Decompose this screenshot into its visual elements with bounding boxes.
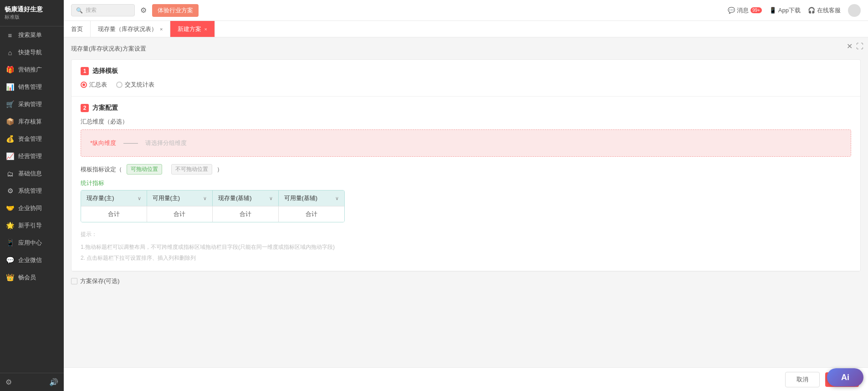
radio-cross-table[interactable]: 交叉统计表	[116, 81, 154, 89]
stats-cell-1: 合计	[147, 206, 213, 222]
sidebar-icon-12: 📱	[5, 239, 15, 247]
sidebar-item-10[interactable]: 🤝企业协同	[0, 200, 64, 217]
sidebar-icon-3: 📊	[5, 83, 15, 91]
tip-1: 1.拖动标题栏可以调整布局，不可跨维度或指标区域拖动栏目字段(只能在同一维度或指…	[81, 242, 851, 252]
gear-button[interactable]: ⚙	[140, 6, 147, 15]
indicator-setting-label: 模板指标设定（ 可拖动位置 不可拖动位置 ）	[81, 164, 851, 175]
tips-section: 提示： 1.拖动标题栏可以调整布局，不可跨维度或指标区域拖动栏目字段(只能在同一…	[81, 229, 851, 263]
sidebar-item-0[interactable]: ≡搜索菜单	[0, 26, 64, 44]
app-version: 标准版	[5, 14, 59, 21]
search-bar[interactable]: 🔍 搜索	[71, 4, 135, 16]
message-label: 消息	[737, 6, 749, 15]
sidebar-icon-5: 📦	[5, 118, 15, 126]
chevron-icon-0: ∨	[138, 196, 141, 201]
message-count: 99+	[751, 7, 762, 13]
dimension-arrow: ——	[123, 139, 138, 147]
bottom-bar: 取消 查询	[64, 367, 868, 391]
tab-home-label: 首页	[71, 25, 83, 33]
sidebar-item-12[interactable]: 📱应用中心	[0, 234, 64, 252]
tab-home[interactable]: 首页	[64, 21, 91, 37]
dimension-vertical-label: *纵向维度	[90, 139, 116, 147]
tab-inventory[interactable]: 现存量（库存状况表） ×	[91, 21, 170, 37]
tab-inventory-close[interactable]: ×	[160, 26, 163, 32]
main-area: 🔍 搜索 ⚙ 体验行业方案 💬 消息 99+ 📱 App下载 🎧 在线客服	[64, 0, 868, 391]
settings-card: 1 选择模板 汇总表 交叉统计表 2	[71, 59, 861, 272]
expand-button[interactable]: ⛶	[856, 42, 863, 51]
stats-table-header: 现存量(主)∨可用量(主)∨现存量(基辅)∨可用量(基辅)∨	[81, 190, 344, 206]
sidebar-item-6[interactable]: 💰资金管理	[0, 130, 64, 148]
customer-service-item[interactable]: 🎧 在线客服	[808, 6, 841, 15]
settings-icon[interactable]: ⚙	[5, 378, 12, 386]
stats-section: 统计指标 现存量(主)∨可用量(主)∨现存量(基辅)∨可用量(基辅)∨ 合计合计…	[81, 179, 851, 222]
sidebar-label-7: 经营管理	[18, 152, 42, 160]
radio-summary-label: 汇总表	[89, 81, 107, 89]
chevron-icon-2: ∨	[269, 196, 273, 201]
sidebar-icon-0: ≡	[5, 31, 15, 39]
radio-summary-circle	[81, 82, 87, 88]
trial-button[interactable]: 体验行业方案	[152, 4, 199, 17]
stats-header-3[interactable]: 可用量(基辅)∨	[279, 190, 345, 206]
sidebar-item-9[interactable]: ⚙系统管理	[0, 182, 64, 200]
sidebar-item-14[interactable]: 👑畅会员	[0, 269, 64, 286]
stats-header-0[interactable]: 现存量(主)∨	[81, 190, 147, 206]
sidebar-item-5[interactable]: 📦库存核算	[0, 113, 64, 130]
dimension-box[interactable]: *纵向维度 —— 请选择分组维度	[81, 129, 851, 157]
sidebar-label-2: 营销推广	[18, 66, 42, 74]
sidebar-item-1[interactable]: ⌂快捷导航	[0, 44, 64, 61]
panel-header: 现存量(库存状况表)方案设置	[71, 45, 861, 53]
speaker-icon[interactable]: 🔊	[49, 378, 58, 386]
indicator-prefix: 模板指标设定（	[81, 165, 122, 174]
sidebar-icon-10: 🤝	[5, 204, 15, 212]
save-checkbox[interactable]	[71, 278, 77, 284]
headset-icon: 🎧	[808, 7, 815, 14]
tab-new-scheme[interactable]: 新建方案 ×	[170, 21, 214, 37]
tip-2: 2. 点击标题栏下拉可设置排序、插入列和删除列	[81, 252, 851, 263]
sidebar-label-9: 系统管理	[18, 187, 42, 195]
radio-summary-table[interactable]: 汇总表	[81, 81, 107, 89]
sidebar-label-8: 基础信息	[18, 170, 42, 178]
sidebar-icon-14: 👑	[5, 273, 15, 282]
stats-header-label-3: 可用量(基辅)	[284, 194, 318, 202]
save-label: 方案保存(可选)	[80, 277, 120, 285]
sidebar: 畅康通好生意 标准版 ≡搜索菜单⌂快捷导航🎁营销推广📊销售管理🛒采购管理📦库存核…	[0, 0, 64, 391]
user-avatar[interactable]	[848, 4, 861, 17]
chevron-icon-3: ∨	[335, 196, 339, 201]
sidebar-item-3[interactable]: 📊销售管理	[0, 78, 64, 96]
close-button[interactable]: ✕	[847, 42, 853, 51]
sidebar-item-2[interactable]: 🎁营销推广	[0, 61, 64, 78]
sidebar-icon-6: 💰	[5, 135, 15, 143]
tip-1-text: 1.拖动标题栏可以调整布局，不可跨维度或指标区域拖动栏目字段(只能在同一维度或指…	[81, 242, 335, 252]
section2-title: 2 方案配置	[81, 104, 851, 112]
stats-title: 统计指标	[81, 179, 851, 187]
tag-movable: 可拖动位置	[127, 164, 162, 175]
sidebar-menu: ≡搜索菜单⌂快捷导航🎁营销推广📊销售管理🛒采购管理📦库存核算💰资金管理📈经营管理…	[0, 26, 64, 373]
sidebar-item-13[interactable]: 💬企业微信	[0, 252, 64, 269]
content-area: ✕ ⛶ 现存量(库存状况表)方案设置 1 选择模板 汇总表	[64, 37, 868, 367]
sidebar-label-11: 新手引导	[18, 221, 42, 230]
tab-new-scheme-close[interactable]: ×	[204, 26, 207, 32]
stats-cell-3: 合计	[279, 206, 345, 222]
sidebar-label-13: 企业微信	[18, 256, 42, 264]
sidebar-label-12: 应用中心	[18, 239, 42, 247]
indicator-suffix: ）	[217, 165, 223, 174]
stats-header-1[interactable]: 可用量(主)∨	[147, 190, 213, 206]
cancel-button[interactable]: 取消	[785, 372, 820, 387]
tag-unmovable: 不可拖动位置	[171, 164, 212, 175]
sidebar-label-0: 搜索菜单	[18, 31, 42, 39]
radio-cross-circle	[116, 82, 123, 88]
message-badge-item[interactable]: 💬 消息 99+	[728, 6, 762, 15]
stats-header-2[interactable]: 现存量(基辅)∨	[213, 190, 279, 206]
stats-cell-0: 合计	[81, 206, 147, 222]
sidebar-label-3: 销售管理	[18, 83, 42, 91]
sidebar-item-11[interactable]: 🌟新手引导	[0, 217, 64, 234]
sidebar-item-8[interactable]: 🗂基础信息	[0, 165, 64, 182]
section1-title: 1 选择模板	[81, 67, 851, 75]
sidebar-item-4[interactable]: 🛒采购管理	[0, 96, 64, 113]
ai-bubble[interactable]: Ai	[827, 368, 863, 386]
sidebar-label-5: 库存核算	[18, 118, 42, 126]
section-config: 2 方案配置 汇总维度（必选） *纵向维度 —— 请选择分组维度 模板指标设定（…	[71, 97, 860, 271]
app-download-item[interactable]: 📱 App下载	[769, 6, 801, 15]
sidebar-item-7[interactable]: 📈经营管理	[0, 148, 64, 165]
sidebar-icon-11: 🌟	[5, 221, 15, 230]
tab-inventory-label: 现存量（库存状况表）	[98, 25, 157, 33]
